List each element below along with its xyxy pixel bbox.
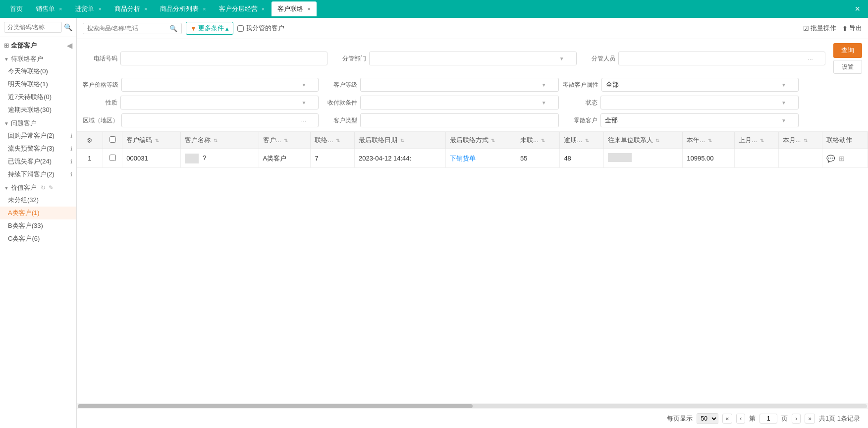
close-icon[interactable]: × <box>98 6 101 12</box>
sidebar-item-class-c[interactable]: C类客户(6) <box>0 232 76 245</box>
sidebar-collapse-button[interactable]: ◀ <box>67 42 72 50</box>
filter-customer-level-select[interactable]: ▼ <box>360 78 558 92</box>
sort-icon[interactable]: ⇅ <box>336 138 340 143</box>
sidebar-item-ungrouped[interactable]: 未分组(32) <box>0 194 76 207</box>
filter-region-select[interactable]: ··· <box>121 113 319 127</box>
info-icon: ℹ <box>70 146 72 152</box>
nav-tab-customer-contact[interactable]: 客户联络 × <box>271 1 316 16</box>
prev-contact-person <box>603 149 682 168</box>
sidebar-item-today[interactable]: 今天待联络(0) <box>0 65 76 78</box>
next-page-button[interactable]: › <box>792 414 801 424</box>
sort-icon[interactable]: ⇅ <box>655 138 659 143</box>
sidebar-item-class-a[interactable]: A类客户(1) <box>0 207 76 219</box>
export-button[interactable]: ⬆ 导出 <box>842 24 862 33</box>
table-header-row: ⚙ 客户编码 ⇅ 客户名称 ⇅ <box>77 132 868 149</box>
per-page-select[interactable]: 50 <box>697 413 718 424</box>
per-page-label: 每页显示 <box>667 414 693 423</box>
row-num: 1 <box>77 149 103 168</box>
chevron-down-icon: ▼ <box>542 82 546 88</box>
sort-icon[interactable]: ⇅ <box>708 138 712 143</box>
nav-tab-analysis-list[interactable]: 商品分析列表 × <box>154 1 212 16</box>
sidebar-item-tomorrow[interactable]: 明天待联络(1) <box>0 78 76 91</box>
row-checkbox[interactable] <box>109 155 116 161</box>
filter-phone-input[interactable] <box>120 52 327 65</box>
sidebar-group-pending[interactable]: ▼ 待联络客户 <box>0 52 76 65</box>
scrollbar-thumb[interactable] <box>78 404 473 408</box>
window-close-button[interactable]: × <box>851 2 864 16</box>
pagination: 每页显示 50 « ‹ 第 页 › » 共1页 1条记录 <box>77 409 868 428</box>
sidebar-item-class-b[interactable]: B类客户(33) <box>0 219 76 232</box>
sidebar-item-overdue[interactable]: 逾期未联络(30) <box>0 104 76 116</box>
edit-icon[interactable]: ✎ <box>49 184 54 191</box>
filter-retail-attr-select[interactable]: 全部 ▼ <box>601 78 799 92</box>
col-header-action: 联络动作 <box>822 132 868 149</box>
search-input[interactable] <box>87 25 167 32</box>
close-icon[interactable]: × <box>144 6 147 12</box>
scrollbar-track[interactable] <box>78 404 867 408</box>
sort-icon[interactable]: ⇅ <box>400 138 404 143</box>
sidebar-search-input[interactable] <box>4 22 62 33</box>
col-header-last-method: 最后联络方式 ⇅ <box>445 132 516 149</box>
close-icon[interactable]: × <box>262 6 265 12</box>
this-month-amount <box>778 149 822 168</box>
last-method-link[interactable]: 下销货单 <box>450 155 476 162</box>
sidebar-group-value[interactable]: ▼ 价值客户 ↻ ✎ <box>0 181 76 194</box>
filter-status-select[interactable]: ▼ <box>600 96 799 109</box>
filter-price-level-select[interactable]: ▼ <box>121 78 319 92</box>
search-icon[interactable]: 🔍 <box>64 23 72 31</box>
my-customers-checkbox-label[interactable]: 我分管的客户 <box>237 24 284 33</box>
horizontal-scrollbar[interactable] <box>77 403 868 409</box>
sidebar-item-repurchase-abnormal[interactable]: 回购异常客户(2) ℹ <box>0 129 76 142</box>
sort-icon[interactable]: ⇅ <box>155 138 159 143</box>
refresh-icon[interactable]: ↻ <box>41 184 46 191</box>
sidebar-item-7days[interactable]: 近7天待联络(0) <box>0 91 76 104</box>
sort-icon[interactable]: ⇅ <box>541 138 545 143</box>
page-number-input[interactable] <box>760 414 777 424</box>
close-icon[interactable]: × <box>203 6 206 12</box>
col-header-type: 客户... ⇅ <box>259 132 311 149</box>
sort-icon[interactable]: ⇅ <box>760 138 764 143</box>
filter-payment-label: 收付款条件 <box>323 99 357 107</box>
query-button[interactable]: 查询 <box>833 43 862 58</box>
customer-name: ? <box>181 149 259 168</box>
sort-icon[interactable]: ⇅ <box>284 138 288 143</box>
more-icon[interactable]: ⊞ <box>839 155 845 162</box>
filter-payment-select[interactable]: ▼ <box>360 96 558 109</box>
nav-home[interactable]: 首页 <box>4 1 29 16</box>
dots-icon[interactable]: ··· <box>301 117 306 124</box>
search-box[interactable]: 🔍 <box>83 23 182 34</box>
nav-tab-sales[interactable]: 销售单 × <box>30 1 68 16</box>
sidebar-group-problem[interactable]: ▼ 问题客户 <box>0 116 76 129</box>
sort-icon[interactable]: ⇅ <box>491 138 495 143</box>
batch-ops-button[interactable]: ☑ 批量操作 <box>803 24 836 33</box>
sort-icon[interactable]: ⇅ <box>585 138 589 143</box>
sidebar-item-churned[interactable]: 已流失客户(24) ℹ <box>0 155 76 168</box>
last-page-button[interactable]: » <box>805 414 815 424</box>
dots-icon[interactable]: ··· <box>808 55 813 62</box>
filter-nature-select[interactable]: ▼ <box>120 96 319 109</box>
first-page-button[interactable]: « <box>722 414 733 424</box>
nav-tab-analysis[interactable]: 商品分析 × <box>108 1 153 16</box>
my-customers-checkbox[interactable] <box>237 25 244 32</box>
more-filters-button[interactable]: ▼ 更多条件 ▴ <box>186 22 233 35</box>
filter-dept-select[interactable]: ▼ <box>369 52 576 65</box>
close-icon[interactable]: × <box>59 6 62 12</box>
nav-tab-customer-segment[interactable]: 客户分层经营 × <box>213 1 271 16</box>
filter-customer-type-input[interactable] <box>360 113 558 127</box>
page-label: 第 <box>749 414 756 423</box>
prev-page-button[interactable]: ‹ <box>736 414 745 424</box>
chat-icon[interactable]: 💬 <box>826 155 835 162</box>
close-icon[interactable]: × <box>307 6 310 12</box>
sort-icon[interactable]: ⇅ <box>214 138 217 143</box>
filter-dept-label: 分管部门 <box>331 54 366 63</box>
sidebar-item-churn-warning[interactable]: 流失预警客户(3) ℹ <box>0 142 76 155</box>
filter-person-select[interactable]: ··· <box>618 52 825 65</box>
nav-tab-purchase[interactable]: 进货单 × <box>69 1 107 16</box>
sidebar-item-declining[interactable]: 持续下滑客户(2) ℹ <box>0 168 76 181</box>
filter-retail-select[interactable]: 全部 ▼ <box>600 113 799 127</box>
sort-icon[interactable]: ⇅ <box>804 138 808 143</box>
col-header-check <box>103 132 122 149</box>
settings-button[interactable]: 设置 <box>833 60 862 74</box>
select-all-checkbox[interactable] <box>109 136 116 143</box>
settings-icon[interactable]: ⚙ <box>87 137 93 144</box>
